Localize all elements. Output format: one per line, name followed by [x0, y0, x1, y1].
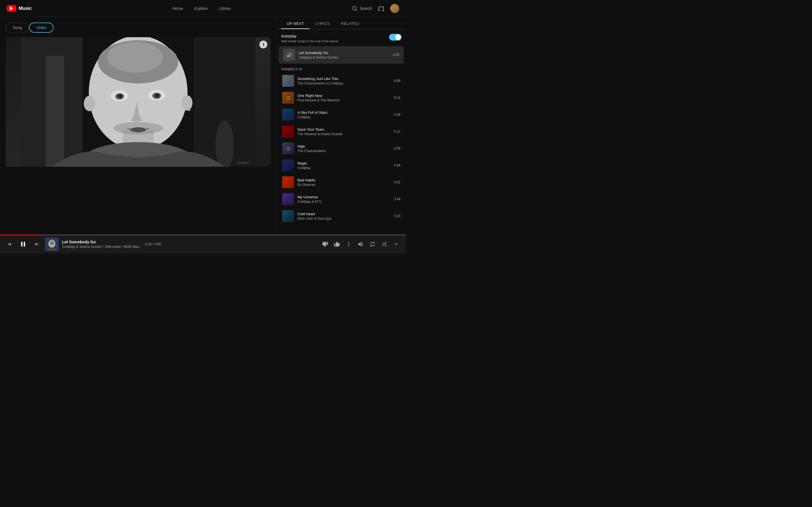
bottom-player: Let Somebody Go Coldplay & Selena Gomez … — [0, 234, 406, 253]
panel-content: Autoplay Add similar songs to the end of… — [276, 29, 406, 234]
queue-track-info: Something Just Like This The Chainsmoker… — [297, 76, 391, 86]
player-time: 0:24 / 4:05 — [145, 242, 161, 246]
autoplay-title: Autoplay — [281, 34, 338, 38]
queue-list: Something Just Like This The Chainsmoker… — [276, 73, 406, 224]
svg-point-0 — [352, 6, 356, 10]
thumbs-up-button[interactable] — [333, 240, 341, 248]
player-controls — [6, 239, 41, 249]
thumbs-down-button[interactable] — [321, 240, 329, 248]
now-playing-thumb: 🔊 — [283, 49, 295, 61]
queue-thumb — [282, 193, 294, 205]
queue-item[interactable]: Bad Habits Ed Sheeran 3:52 — [278, 174, 405, 190]
queue-item[interactable]: Something Just Like This The Chainsmoker… — [278, 73, 405, 89]
queue-item[interactable]: Cold Heart Elton John & Dua Lipa 3:23 — [278, 208, 405, 224]
svg-point-19 — [181, 95, 192, 111]
tab-up-next[interactable]: UP NEXT — [281, 17, 310, 29]
player-song-info: Let Somebody Go Coldplay & Selena Gomez … — [62, 240, 140, 249]
queue-item[interactable]: Magic Coldplay 4:46 — [278, 157, 405, 173]
queue-thumb: ⊡ — [282, 143, 294, 154]
repeat-button[interactable] — [368, 240, 377, 248]
player-song-title: Let Somebody Go — [62, 240, 140, 244]
now-playing-duration: 4:05 — [393, 53, 399, 57]
queue-thumb — [282, 126, 294, 137]
svg-point-16 — [155, 94, 159, 97]
player-thumb — [45, 237, 59, 251]
queue-track-info: A Sky Full of Stars Coldplay — [297, 110, 391, 119]
queue-title: A Sky Full of Stars — [297, 110, 391, 115]
video-toggle-button[interactable]: Video — [29, 22, 54, 33]
queue-item[interactable]: ⊡ High The Chainsmokers 2:56 — [278, 140, 405, 157]
app-name: Music — [18, 6, 32, 11]
now-playing-item[interactable]: 🔊 Let Somebody Go Coldplay & Selena Gome… — [279, 46, 404, 64]
avatar-image — [390, 4, 399, 13]
nav-explore[interactable]: Explore — [194, 6, 207, 11]
svg-text:Coldplay: Coldplay — [237, 161, 249, 164]
nav-home[interactable]: Home — [172, 6, 183, 11]
logo-area[interactable]: Music — [7, 5, 52, 12]
queue-title: My Universe — [297, 195, 391, 199]
skip-back-button[interactable] — [6, 240, 13, 248]
queue-track-info: Magic Coldplay — [297, 161, 391, 170]
panel-tabs: UP NEXT LYRICS RELATED — [276, 17, 406, 29]
queue-thumb — [282, 75, 294, 87]
queue-artist: The Chainsmokers — [297, 149, 391, 153]
queue-duration: 3:49 — [394, 197, 400, 201]
queue-duration: 3:14 — [394, 96, 400, 100]
user-avatar[interactable] — [390, 4, 399, 13]
skip-forward-button[interactable] — [33, 240, 41, 248]
progress-bar-fill — [0, 235, 40, 235]
svg-point-10 — [107, 42, 163, 73]
video-info-button[interactable]: ℹ — [259, 41, 267, 48]
volume-button[interactable] — [356, 240, 365, 248]
video-frame: Coldplay — [6, 37, 271, 167]
svg-point-20 — [188, 108, 190, 111]
queue-item[interactable]: My Universe Coldplay & BTS 3:49 — [278, 191, 405, 207]
queue-thumb: ⊡ — [282, 92, 294, 104]
speaker-icon: 🔊 — [287, 52, 292, 58]
svg-point-18 — [84, 96, 95, 111]
cast-icon[interactable] — [378, 4, 385, 12]
queue-track-info: One Right Now Post Malone & The Weeknd — [297, 94, 391, 102]
queue-duration: 2:56 — [394, 147, 400, 151]
queue-title: Something Just Like This — [297, 76, 391, 81]
svg-point-27 — [52, 243, 54, 244]
queue-title: Bad Habits — [297, 178, 391, 182]
top-navigation: Music Home Explore Library Search — [0, 0, 406, 17]
autoplay-subtitle: Add similar songs to the end of the queu… — [281, 40, 338, 43]
shuffle-button[interactable] — [380, 240, 389, 248]
queue-item[interactable]: ⊡ One Right Now Post Malone & The Weeknd… — [278, 90, 405, 106]
tab-lyrics[interactable]: LYRICS — [310, 17, 336, 29]
queue-thumb — [282, 159, 294, 171]
queue-thumb — [282, 176, 294, 188]
svg-point-26 — [50, 243, 52, 244]
autoplay-section: Autoplay Add similar songs to the end of… — [276, 29, 406, 45]
autoplay-toggle[interactable] — [389, 34, 402, 41]
more-options-button[interactable] — [345, 240, 353, 248]
queue-title: Save Your Tears — [297, 127, 391, 131]
search-icon — [352, 6, 357, 11]
queue-duration: 4:08 — [394, 79, 400, 83]
queue-track-info: My Universe Coldplay & BTS — [297, 195, 391, 204]
queue-duration: 4:28 — [394, 113, 400, 117]
pause-button[interactable] — [18, 239, 28, 249]
queue-title: One Right Now — [297, 94, 391, 98]
queue-item[interactable]: Save Your Tears The Weeknd & Ariana Gran… — [278, 123, 405, 140]
expand-button[interactable] — [392, 240, 400, 248]
autoplay-on-label: Autoplay is on — [276, 65, 406, 72]
song-toggle-button[interactable]: Song — [6, 23, 29, 33]
search-area[interactable]: Search — [352, 6, 372, 11]
video-content: Coldplay — [6, 37, 271, 167]
now-playing-title: Let Somebody Go — [299, 51, 389, 55]
tab-related[interactable]: RELATED — [336, 17, 365, 29]
youtube-music-logo-icon — [7, 5, 16, 12]
search-label[interactable]: Search — [360, 6, 372, 11]
now-playing-bar: Let Somebody Go Coldplay & Selena Gomez … — [45, 237, 316, 251]
video-section: Song Video — [0, 17, 276, 234]
player-right-controls — [321, 240, 400, 248]
queue-item[interactable]: A Sky Full of Stars Coldplay 4:28 — [278, 107, 405, 123]
nav-library[interactable]: Library — [219, 6, 231, 11]
video-player[interactable]: Coldplay ℹ — [6, 37, 271, 167]
progress-bar-container[interactable] — [0, 235, 406, 235]
queue-artist: Ed Sheeran — [297, 183, 391, 187]
now-playing-info: Let Somebody Go Coldplay & Selena Gomez — [299, 51, 389, 59]
